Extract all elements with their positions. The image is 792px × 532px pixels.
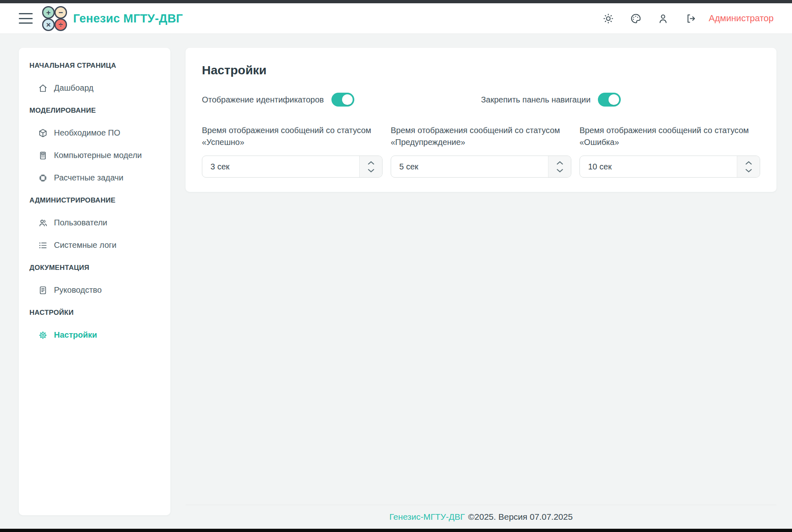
success-duration-input[interactable] — [202, 156, 359, 177]
sidebar-item-label: Дашбоард — [54, 83, 94, 93]
package-icon — [38, 128, 48, 138]
cpu-icon — [38, 173, 48, 183]
field-error-duration: Время отображения сообщений со статусом … — [579, 125, 760, 178]
field-label: Время отображения сообщений со статусом … — [579, 125, 751, 150]
increment-icon[interactable] — [367, 161, 375, 165]
increment-icon[interactable] — [745, 161, 752, 165]
toggle-group-show-identifiers: Отображение идентификаторов — [202, 93, 481, 107]
times-operator-icon: × — [42, 18, 55, 31]
home-icon — [38, 83, 48, 93]
sidebar-item-label: Расчетные задачи — [54, 173, 123, 183]
user-role-label[interactable]: Администратор — [709, 13, 774, 24]
sidebar-nav: НАЧАЛЬНАЯ СТРАНИЦА Дашбоард МОДЕЛИРОВАНИ… — [19, 48, 170, 515]
gear-icon — [38, 330, 48, 340]
field-success-duration: Время отображения сообщений со статусом … — [202, 125, 383, 178]
sidebar-item-label: Пользователи — [54, 218, 107, 227]
increment-icon[interactable] — [556, 161, 564, 165]
divide-operator-icon: ÷ — [54, 18, 67, 31]
app-header: + − × ÷ Генезис МГТУ-ДВГ — [0, 3, 792, 34]
page-title: Настройки — [202, 63, 760, 77]
warning-duration-input[interactable] — [391, 156, 548, 177]
field-warning-duration: Время отображения сообщений со статусом … — [391, 125, 571, 178]
stepper — [359, 156, 382, 177]
toggle-knob — [342, 94, 353, 105]
toggle-label: Отображение идентификаторов — [202, 95, 324, 105]
window-top-strip — [0, 0, 792, 3]
app-logo-math-operators: + − × ÷ — [43, 7, 67, 31]
users-icon — [38, 218, 48, 228]
sidebar-item-label: Необходимое ПО — [54, 128, 120, 138]
toggle-knob — [609, 94, 619, 105]
minus-operator-icon: − — [54, 6, 67, 19]
settings-panel: Настройки Отображение идентификаторов За… — [186, 48, 776, 192]
sidebar-item-computation-tasks[interactable]: Расчетные задачи — [19, 167, 170, 189]
menu-icon[interactable] — [19, 13, 33, 24]
sidebar-item-system-logs[interactable]: Системные логи — [19, 234, 170, 256]
show-identifiers-toggle[interactable] — [331, 93, 354, 107]
sidebar-section-documentation: ДОКУМЕНТАЦИЯ — [19, 256, 170, 279]
sidebar-item-computer-models[interactable]: Компьютерные модели — [19, 144, 170, 167]
stepper — [548, 156, 571, 177]
sidebar-item-dashboard[interactable]: Дашбоард — [19, 77, 170, 99]
footer-brand-link[interactable]: Генезис-МГТУ-ДВГ — [389, 512, 465, 522]
sidebar-item-label: Руководство — [54, 285, 102, 295]
sidebar-item-label: Системные логи — [54, 240, 116, 250]
toggle-label: Закрепить панель навигации — [481, 95, 591, 105]
sidebar-section-home: НАЧАЛЬНАЯ СТРАНИЦА — [19, 54, 170, 77]
sidebar-item-users[interactable]: Пользователи — [19, 211, 170, 234]
field-label: Время отображения сообщений со статусом … — [391, 125, 562, 150]
palette-icon[interactable] — [630, 13, 642, 24]
window-bottom-strip — [0, 529, 792, 532]
sidebar-item-label: Компьютерные модели — [54, 151, 142, 160]
logout-icon[interactable] — [685, 13, 696, 24]
sidebar-item-required-software[interactable]: Необходимое ПО — [19, 122, 170, 144]
decrement-icon[interactable] — [745, 169, 752, 173]
theme-sun-icon[interactable] — [602, 13, 614, 24]
pin-navigation-toggle[interactable] — [598, 93, 621, 107]
footer-version-text: ©2025. Версия 07.07.2025 — [468, 512, 573, 522]
sidebar-section-administration: АДМИНИСТРИРОВАНИЕ — [19, 189, 170, 211]
sidebar-item-manual[interactable]: Руководство — [19, 279, 170, 301]
sidebar-item-settings[interactable]: Настройки — [19, 324, 170, 346]
sidebar-section-modeling: МОДЕЛИРОВАНИЕ — [19, 99, 170, 122]
toggle-group-pin-navigation: Закрепить панель навигации — [481, 93, 760, 107]
page-footer: Генезис-МГТУ-ДВГ ©2025. Версия 07.07.202… — [186, 505, 776, 529]
app-title: Генезис МГТУ-ДВГ — [73, 12, 183, 25]
user-icon[interactable] — [657, 13, 669, 24]
stepper — [737, 156, 760, 177]
list-icon — [38, 240, 48, 250]
decrement-icon[interactable] — [556, 169, 564, 173]
decrement-icon[interactable] — [367, 169, 375, 173]
sidebar-section-settings: НАСТРОЙКИ — [19, 301, 170, 324]
field-label: Время отображения сообщений со статусом … — [202, 125, 374, 150]
sidebar-item-label: Настройки — [54, 330, 97, 340]
calculator-icon — [38, 151, 48, 160]
error-duration-input[interactable] — [580, 156, 737, 177]
book-icon — [38, 285, 48, 295]
plus-operator-icon: + — [42, 6, 55, 19]
